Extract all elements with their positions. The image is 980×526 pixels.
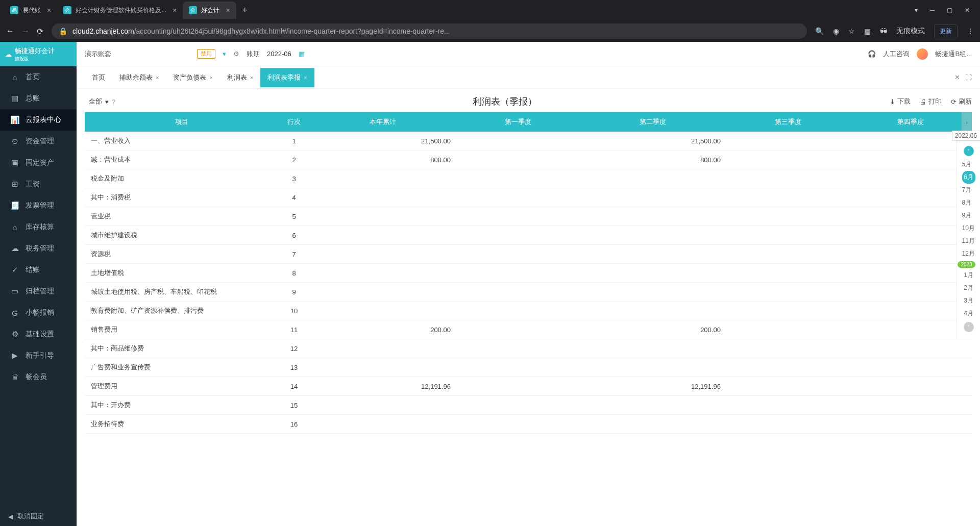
table-row[interactable]: 其中：消费税4 [85, 188, 972, 207]
table-row[interactable]: 一、营业收入121,500.0021,500.00 [85, 132, 972, 151]
sidebar-item-0[interactable]: ⌂首页 [0, 66, 77, 88]
table-row[interactable]: 土地增值税8 [85, 264, 972, 283]
scroll-right-hint[interactable]: › [962, 112, 972, 133]
page-tab-0[interactable]: 首页 [85, 68, 112, 87]
close-icon[interactable]: × [226, 6, 230, 14]
print-button[interactable]: 🖨打印 [920, 97, 942, 106]
star-icon[interactable]: ☆ [848, 27, 855, 35]
chevron-down-icon[interactable]: ▾ [223, 50, 226, 58]
filter-dropdown[interactable]: 全部 ▾ ? [85, 95, 119, 108]
sidebar-item-13[interactable]: ▶新手引导 [0, 345, 77, 366]
account-name[interactable]: 演示账套 [85, 49, 111, 59]
month-item[interactable]: 2月 [964, 282, 973, 294]
new-tab-button[interactable]: + [236, 5, 254, 16]
sidebar-item-6[interactable]: 🧾发票管理 [0, 195, 77, 216]
sidebar-item-8[interactable]: ☁税务管理 [0, 238, 77, 259]
minimize-icon[interactable]: ─ [930, 7, 935, 14]
sidebar-item-14[interactable]: ♛畅会员 [0, 366, 77, 388]
table-cell [579, 396, 727, 415]
search-icon[interactable]: 🔍 [815, 27, 824, 35]
sidebar-unpin[interactable]: ◀ 取消固定 [0, 507, 77, 526]
close-icon[interactable]: × [209, 74, 212, 81]
update-button[interactable]: 更新 [934, 24, 958, 38]
table-row[interactable]: 其中：开办费15 [85, 396, 972, 415]
year-tag[interactable]: 2023 [958, 261, 975, 268]
table-row[interactable]: 业务招待费16 [85, 415, 972, 434]
sidebar-item-9[interactable]: ✓结账 [0, 259, 77, 281]
close-icon[interactable]: × [156, 74, 159, 81]
sidebar-item-10[interactable]: ▭归档管理 [0, 281, 77, 302]
month-item[interactable]: 1月 [964, 269, 973, 282]
month-up-button[interactable]: ˄ [964, 146, 974, 156]
sidebar-item-2[interactable]: 📊云报表中心 [0, 109, 77, 131]
back-icon[interactable]: ← [6, 27, 14, 36]
month-rail-year[interactable]: 2022.06 [952, 131, 981, 141]
gear-icon[interactable]: ⚙ [233, 50, 239, 58]
month-item[interactable]: 10月 [962, 222, 975, 235]
chevron-down-icon[interactable]: ▾ [915, 7, 918, 14]
month-item[interactable]: 8月 [962, 196, 975, 209]
disabled-badge[interactable]: 禁用 [197, 49, 215, 59]
table-row[interactable]: 资源税7 [85, 245, 972, 264]
month-item[interactable]: 4月 [964, 307, 973, 320]
month-item[interactable]: 5月 [962, 158, 975, 171]
table-row[interactable]: 减：营业成本2800.00800.00 [85, 151, 972, 169]
table-row[interactable]: 教育费附加、矿产资源补偿费、排污费10 [85, 302, 972, 320]
support-label[interactable]: 人工咨询 [883, 49, 910, 59]
browser-tab-1[interactable]: 会 好会计财务管理软件购买价格及... × [57, 2, 183, 19]
page-tab-4[interactable]: 利润表季报× [260, 68, 314, 87]
close-icon[interactable]: × [250, 74, 253, 81]
month-item[interactable]: 12月 [962, 247, 975, 260]
sidebar-item-5[interactable]: ⊞工资 [0, 173, 77, 195]
avatar[interactable] [917, 48, 928, 60]
month-down-button[interactable]: ˅ [964, 322, 974, 332]
browser-tab-2[interactable]: 会 好会计 × [183, 2, 236, 19]
sidebar-item-12[interactable]: ⚙基础设置 [0, 323, 77, 345]
browser-tab-0[interactable]: 易 易代账 × [4, 2, 57, 19]
sidebar-item-7[interactable]: ⌂库存核算 [0, 216, 77, 238]
table-wrapper[interactable]: 项目行次本年累计第一季度第二季度第三季度第四季度 一、营业收入121,500.0… [85, 112, 972, 515]
extension-icon[interactable]: ◉ [833, 27, 839, 35]
fullscreen-icon[interactable]: ⛶ [965, 73, 972, 81]
puzzle-icon[interactable]: ▦ [864, 27, 871, 35]
month-item[interactable]: 6月 [962, 171, 975, 184]
month-item[interactable]: 7月 [962, 184, 975, 196]
forward-icon[interactable]: → [21, 27, 30, 36]
reload-icon[interactable]: ⟳ [37, 27, 43, 36]
month-item[interactable]: 3月 [964, 294, 973, 307]
month-rail: 2022.06 ˄ 5月6月7月8月9月10月11月12月 2023 1月2月3… [957, 131, 980, 338]
url-bar[interactable]: 🔒 cloud2.chanjet.com/accounting/uh26t264… [52, 23, 807, 39]
close-icon[interactable]: × [304, 74, 307, 81]
period-value[interactable]: 2022-06 [267, 50, 291, 58]
table-row[interactable]: 管理费用1412,191.9612,191.96 [85, 377, 972, 396]
sidebar-item-4[interactable]: ▣固定资产 [0, 152, 77, 173]
sidebar-item-1[interactable]: ▤总账 [0, 88, 77, 109]
page-tab-3[interactable]: 利润表× [220, 68, 260, 87]
logo-area[interactable]: ☁ 畅捷通好会计 旗舰版 [0, 42, 77, 66]
page-tab-1[interactable]: 辅助余额表× [112, 68, 166, 87]
month-item[interactable]: 9月 [962, 209, 975, 222]
month-item[interactable]: 11月 [962, 235, 975, 247]
refresh-button[interactable]: ⟳刷新 [951, 97, 972, 106]
close-icon[interactable]: × [47, 6, 51, 14]
calendar-icon[interactable]: ▦ [299, 50, 305, 58]
sidebar-item-11[interactable]: G小畅报销 [0, 302, 77, 323]
page-tab-2[interactable]: 资产负债表× [166, 68, 219, 87]
maximize-icon[interactable]: ▢ [947, 7, 952, 14]
table-row[interactable]: 营业税5 [85, 207, 972, 226]
sidebar-label: 发票管理 [26, 201, 54, 210]
close-icon[interactable]: × [173, 6, 177, 14]
table-row[interactable]: 税金及附加3 [85, 169, 972, 188]
menu-icon[interactable]: ⋮ [967, 27, 974, 35]
table-row[interactable]: 销售费用11200.00200.00 [85, 320, 972, 339]
table-row[interactable]: 城镇土地使用税、房产税、车船税、印花税9 [85, 283, 972, 302]
user-name[interactable]: 畅捷通B组... [935, 49, 972, 59]
close-all-icon[interactable]: ✕ [954, 73, 960, 81]
table-row[interactable]: 广告费和业务宣传费13 [85, 358, 972, 377]
close-window-icon[interactable]: ✕ [965, 7, 970, 14]
download-button[interactable]: ⬇下载 [890, 97, 911, 106]
help-icon[interactable]: ? [112, 98, 115, 106]
sidebar-item-3[interactable]: ⊙资金管理 [0, 131, 77, 152]
table-row[interactable]: 其中：商品维修费12 [85, 339, 972, 358]
table-row[interactable]: 城市维护建设税6 [85, 226, 972, 245]
